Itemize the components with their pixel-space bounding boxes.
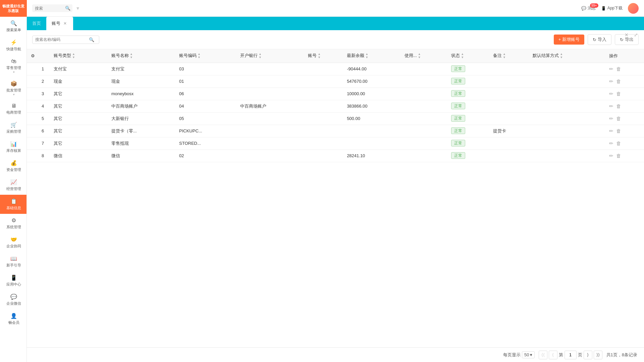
row-index-8: 8 [39, 149, 51, 162]
row-type-1: 支付宝 [51, 63, 109, 75]
delete-icon-4[interactable]: 🗑 [616, 103, 621, 109]
sidebar-item-operations[interactable]: 📈 经营管理 [0, 176, 26, 195]
tab-account[interactable]: 账号✕ [46, 17, 73, 30]
sidebar-item-guide[interactable]: 📖 新手引导 [0, 252, 26, 271]
sidebar-item-system[interactable]: ⚙ 系统管理 [0, 214, 26, 233]
sidebar-item-purchase[interactable]: 🛒 采购管理 [0, 118, 26, 137]
delete-icon-8[interactable]: 🗑 [616, 153, 621, 159]
sidebar-label-app_center: 应用中心 [6, 282, 21, 287]
account-search-icon[interactable]: 🔍 [89, 37, 94, 42]
sidebar-item-ecommerce[interactable]: 🖥 电商管理 [0, 100, 26, 118]
topbar-left: 🔍 ▾ [32, 4, 79, 12]
delete-icon-5[interactable]: 🗑 [616, 116, 621, 121]
th-remark[interactable]: 备注▲▼ [490, 49, 530, 63]
edit-icon-8[interactable]: ✏ [609, 153, 613, 159]
th-type[interactable]: 账号类型▲▼ [51, 49, 109, 63]
wechat-icon: 💬 [10, 294, 17, 300]
window-expand-btn[interactable]: ⤢ [632, 31, 640, 39]
account-search-input[interactable] [35, 37, 89, 42]
sidebar-item-shortcut[interactable]: ⚡ 快捷导航 [0, 36, 26, 55]
edit-icon-6[interactable]: ✏ [609, 128, 613, 134]
sidebar-item-member[interactable]: 👤 畅会员 [0, 309, 26, 328]
retail-icon: 🛍 [11, 58, 16, 64]
tab-close-account[interactable]: ✕ [62, 21, 68, 26]
prev-page-btn[interactable]: ⟨ [549, 351, 557, 359]
new-account-button[interactable]: + 新增账号 [554, 35, 584, 45]
topbar-app-download[interactable]: 📱 App下载 [601, 5, 623, 11]
row-status-5: 正常 [448, 112, 490, 125]
delete-icon-2[interactable]: 🗑 [616, 78, 621, 84]
last-page-btn[interactable]: ⟩⟩ [594, 351, 602, 359]
next-page-btn[interactable]: ⟩ [584, 351, 592, 359]
row-status-1: 正常 [448, 63, 490, 75]
status-badge-3: 正常 [451, 90, 465, 97]
page-number-input[interactable] [565, 351, 577, 359]
row-bank-3 [237, 87, 305, 100]
wholesale-icon: 📦 [10, 80, 17, 87]
th-status[interactable]: 状态▲▼ [448, 49, 490, 63]
delete-icon-7[interactable]: 🗑 [616, 140, 621, 146]
window-close-btn[interactable]: ✕ [623, 31, 631, 39]
row-remark-1 [490, 63, 530, 75]
sidebar-item-search[interactable]: 🔍 搜索菜单 [0, 17, 26, 36]
action-icons-2: ✏ 🗑 [609, 78, 641, 84]
ecommerce-icon: 🖥 [11, 103, 16, 109]
tab-home[interactable]: 首页 [27, 17, 46, 30]
edit-icon-1[interactable]: ✏ [609, 66, 613, 72]
sidebar-item-finance[interactable]: 💰 资金管理 [0, 157, 26, 176]
row-code-3: 06 [176, 87, 237, 100]
sidebar-item-basic[interactable]: 📋 基础信息 [0, 195, 26, 214]
edit-icon-2[interactable]: ✏ [609, 78, 613, 84]
row-index-1: 1 [39, 63, 51, 75]
edit-icon-5[interactable]: ✏ [609, 116, 613, 122]
first-page-btn[interactable]: ⟨⟨ [539, 351, 547, 359]
main-area: 🔍 ▾ 💬 消息 99+ 📱 App下载 首页账号✕ ✕ ⤢ [27, 0, 644, 362]
delete-icon-1[interactable]: 🗑 [616, 66, 621, 72]
user-avatar[interactable] [628, 3, 639, 14]
per-page-label: 每页显示 [503, 352, 521, 358]
sidebar-label-agreement: 企业协同 [6, 244, 21, 249]
tab-label-home: 首页 [32, 20, 41, 26]
row-balance-1: -90444.00 [344, 63, 402, 75]
sidebar-item-inventory[interactable]: 📊 库存核算 [0, 137, 26, 157]
row-usage-6 [402, 125, 448, 137]
row-bank-4: 中百商场账户 [237, 100, 305, 112]
import-button[interactable]: ↻ 导入 [588, 34, 611, 45]
row-account-8 [305, 149, 344, 162]
edit-icon-4[interactable]: ✏ [609, 103, 613, 109]
th-action: 操作 [606, 49, 644, 63]
th-index [39, 49, 51, 63]
topbar-search-box[interactable]: 🔍 [32, 4, 72, 12]
th-balance[interactable]: 最新余额▲▼ [344, 49, 402, 63]
delete-icon-3[interactable]: 🗑 [616, 91, 621, 97]
delete-icon-6[interactable]: 🗑 [616, 128, 621, 134]
th-bank[interactable]: 开户银行▲▼ [237, 49, 305, 63]
row-name-3: moneybosx [109, 87, 176, 100]
table-wrap: ⚙ 账号类型▲▼ 账号名称▲▼ 账号编码▲▼ 开户银行▲▼ 账号▲▼ 最新余额▲… [27, 49, 644, 347]
edit-icon-7[interactable]: ✏ [609, 140, 613, 146]
th-account[interactable]: 账号▲▼ [305, 49, 344, 63]
per-page-select[interactable]: 50 ▾ [522, 351, 534, 358]
account-search-box[interactable]: 🔍 [32, 36, 99, 44]
th-name[interactable]: 账号名称▲▼ [109, 49, 176, 63]
th-usage[interactable]: 使用...▲▼ [402, 49, 448, 63]
action-icons-3: ✏ 🗑 [609, 91, 641, 97]
row-balance-6 [344, 125, 402, 137]
sidebar-item-wholesale[interactable]: 📦 批发管理 ▾ [0, 77, 26, 100]
edit-icon-3[interactable]: ✏ [609, 91, 613, 97]
topbar-message[interactable]: 💬 消息 99+ [581, 5, 596, 11]
row-status-6: 正常 [448, 125, 490, 137]
row-actions-8: ✏ 🗑 [606, 149, 644, 162]
sidebar-item-retail[interactable]: 🛍 零售管理 ▾ [0, 55, 26, 77]
th-settings[interactable]: ⚙ [27, 49, 39, 63]
topbar-search-input[interactable] [35, 6, 65, 11]
sidebar-item-wechat[interactable]: 💬 企业微信 [0, 290, 26, 309]
status-badge-8: 正常 [451, 152, 465, 159]
th-code[interactable]: 账号编码▲▼ [176, 49, 237, 63]
th-default-settle[interactable]: 默认结算方式▲▼ [530, 49, 606, 63]
sidebar-item-app_center[interactable]: 📱 应用中心 [0, 271, 26, 290]
row-remark-8 [490, 149, 530, 162]
topbar-dropdown-icon[interactable]: ▾ [76, 5, 79, 11]
row-default-settle-3 [530, 87, 606, 100]
sidebar-item-agreement[interactable]: 🤝 企业协同 [0, 233, 26, 252]
